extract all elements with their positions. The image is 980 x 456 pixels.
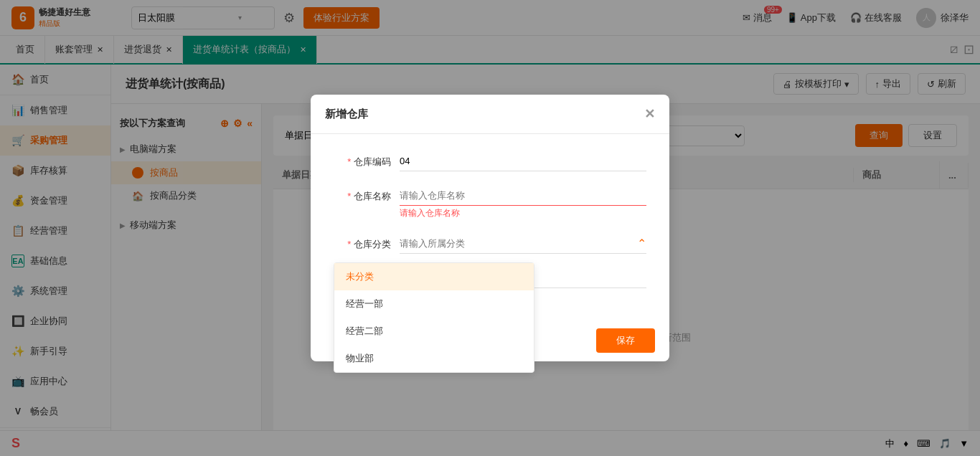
modal-header: 新增仓库 ✕ [311,95,669,134]
category-input-container: ⌃ [400,234,646,254]
category-input-wrap: ⌃ 未分类 经营一部 经营二部 物业部 [400,234,646,254]
dropdown-item-1[interactable]: 经营一部 [334,290,534,318]
name-input[interactable] [400,186,646,206]
dropdown-item-0[interactable]: 未分类 [334,263,534,290]
modal-overlay: 新增仓库 ✕ * 仓库编码 * 仓库名称 [0,0,980,456]
required-mark-2: * [347,191,354,201]
name-label: * 仓库名称 [334,186,391,203]
form-row-code: * 仓库编码 [334,151,646,171]
code-label: * 仓库编码 [334,151,391,168]
code-input[interactable] [400,151,646,171]
dropdown-item-3[interactable]: 物业部 [334,345,534,372]
code-input-wrap [400,151,646,171]
form-row-category: * 仓库分类 ⌃ 未分类 经营一部 经营二部 物业部 [334,234,646,254]
name-input-wrap: 请输入仓库名称 [400,186,646,219]
required-mark-3: * [347,239,354,250]
name-error-msg: 请输入仓库名称 [400,207,646,219]
modal-body: * 仓库编码 * 仓库名称 请输入仓库名称 [311,134,669,320]
modal-title: 新增仓库 [325,108,368,121]
form-row-name: * 仓库名称 请输入仓库名称 [334,186,646,219]
category-dropdown-list: 未分类 经营一部 经营二部 物业部 [334,262,534,373]
required-mark: * [347,156,354,167]
category-dropdown-icon[interactable]: ⌃ [637,237,646,250]
new-warehouse-modal: 新增仓库 ✕ * 仓库编码 * 仓库名称 [311,95,669,361]
category-input[interactable] [400,234,637,253]
modal-close-button[interactable]: ✕ [644,106,655,122]
category-label: * 仓库分类 [334,234,391,251]
save-button[interactable]: 保存 [596,328,655,353]
dropdown-item-2[interactable]: 经营二部 [334,318,534,345]
